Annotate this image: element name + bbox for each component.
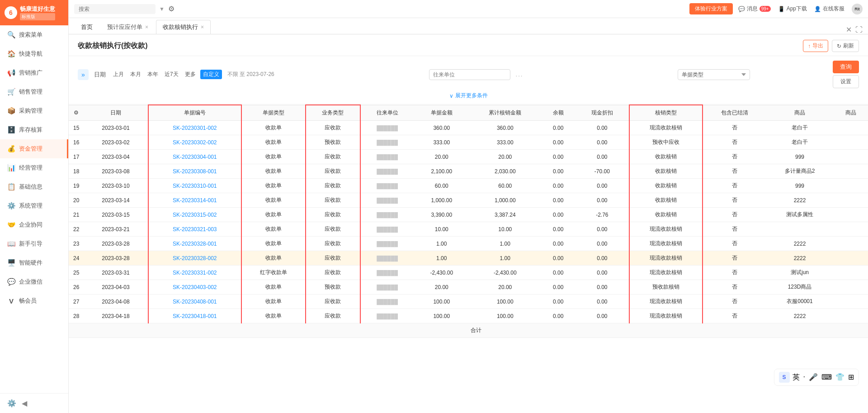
date-shortcut-this-year[interactable]: 本年 — [146, 70, 160, 79]
voucher-no-link[interactable]: SK-20230331-002 — [173, 270, 217, 276]
sidebar-item-label: 企业协同 — [19, 221, 42, 229]
cell-product: 2222 — [766, 237, 834, 251]
filter-expand-button[interactable]: » — [78, 69, 89, 80]
watermark-keyboard-icon[interactable]: ⌨ — [821, 373, 832, 382]
voucher-type-select[interactable]: 单据类型 — [678, 69, 750, 80]
topbar-search-area: ▼ ⚙ — [74, 4, 684, 14]
voucher-no-link[interactable]: SK-20230328-002 — [173, 255, 217, 261]
sidebar-item-operation[interactable]: 📊 经营管理 — [0, 158, 68, 177]
cell-cash-discount: 0.00 — [576, 179, 629, 193]
tab-prepay-close-icon[interactable]: × — [145, 24, 148, 30]
purchase-icon: 📦 — [7, 107, 15, 115]
sidebar-item-system[interactable]: ⚙️ 系统管理 — [0, 196, 68, 215]
sidebar-item-enterprise[interactable]: 🤝 企业协同 — [0, 215, 68, 234]
cell-product: 测试jun — [766, 266, 834, 280]
tab-write-off[interactable]: 收款核销执行 × — [156, 20, 211, 34]
tab-home[interactable]: 首页 — [74, 20, 99, 34]
sidebar-item-hardware[interactable]: 🖥️ 智能硬件 — [0, 253, 68, 272]
watermark-english-icon[interactable]: 英 — [793, 373, 800, 382]
voucher-no-link[interactable]: SK-20230328-001 — [173, 241, 217, 247]
refresh-button[interactable]: ↻ 刷新 — [832, 40, 859, 52]
tab-prepay[interactable]: 预计应应付单 × — [100, 20, 155, 34]
cell-voucher-no: SK-20230403-002 — [148, 280, 241, 294]
cell-partner: ██████ — [360, 266, 414, 280]
cell-cumulative: -2,430.00 — [469, 266, 541, 280]
floating-watermark: S 英 · 🎤 ⌨ 👕 ⊞ — [774, 369, 859, 386]
watermark-shirt-icon[interactable]: 👕 — [835, 373, 844, 382]
th-settings[interactable]: ⚙ — [69, 105, 84, 121]
query-button[interactable]: 查询 — [833, 61, 859, 73]
voucher-no-link[interactable]: SK-20230403-002 — [173, 284, 217, 290]
sidebar-item-inventory[interactable]: 🗄️ 库存核算 — [0, 120, 68, 139]
date-shortcut-this-month[interactable]: 本月 — [128, 70, 143, 79]
sidebar-item-member[interactable]: V 畅会员 — [0, 291, 68, 310]
voucher-no-link[interactable]: SK-20230304-001 — [173, 154, 217, 160]
filter-settings-button[interactable]: 设置 — [833, 75, 859, 88]
cell-include-settled: 否 — [703, 237, 766, 251]
cell-date: 2023-04-03 — [84, 280, 148, 294]
cell-cash-discount: -2.76 — [576, 208, 629, 222]
sidebar-item-label: 销售管理 — [19, 88, 42, 96]
voucher-no-link[interactable]: SK-20230315-002 — [173, 212, 217, 218]
export-button[interactable]: ↑ 导出 — [803, 40, 828, 52]
tab-close-all-icon[interactable]: ✕ — [846, 25, 852, 34]
topbar-service-btn[interactable]: 👤 在线客服 — [814, 5, 844, 13]
cell-voucher-type: 收款单 — [241, 280, 306, 294]
sidebar-item-sales[interactable]: 🛒 销售管理 — [0, 82, 68, 101]
cell-voucher-no: SK-20230418-001 — [148, 309, 241, 323]
topbar-search-chevron-icon[interactable]: ▼ — [159, 6, 165, 12]
table-header-row: ⚙ 日期 单据编号 单据类型 业务类型 往来单位 单据金额 累计核销金额 余额 … — [69, 105, 868, 121]
system-icon: ⚙️ — [7, 202, 15, 210]
expand-more-conditions-button[interactable]: ∨ 展开更多条件 — [449, 92, 488, 100]
tab-write-off-close-icon[interactable]: × — [201, 24, 204, 30]
sidebar-collapse-icon[interactable]: ◀ — [22, 399, 27, 408]
voucher-no-link[interactable]: SK-20230310-001 — [173, 183, 217, 189]
sidebar-settings-icon[interactable]: ⚙️ — [7, 399, 16, 408]
sidebar-item-wechat[interactable]: 💬 企业微信 — [0, 272, 68, 291]
cell-cumulative: 1.00 — [469, 237, 541, 251]
tab-maximize-icon[interactable]: ⛶ — [855, 26, 863, 34]
watermark-mic-icon[interactable]: 🎤 — [809, 373, 818, 382]
table-wrapper[interactable]: ⚙ 日期 单据编号 单据类型 业务类型 往来单位 单据金额 累计核销金额 余额 … — [69, 104, 868, 413]
cell-product2 — [834, 193, 868, 208]
sidebar-item-capital[interactable]: 💰 资金管理 — [0, 139, 68, 158]
cell-no: 23 — [69, 237, 84, 251]
table-body: 15 2023-03-01 SK-20230301-002 收款单 应收款 ██… — [69, 121, 868, 323]
topbar-search-input[interactable] — [74, 4, 156, 14]
topbar-message-btn[interactable]: 💬 消息 99+ — [738, 5, 771, 13]
filter-ellipsis: ... — [516, 71, 524, 78]
topbar-industry-btn[interactable]: 体验行业方案 — [689, 3, 733, 14]
voucher-no-link[interactable]: SK-20230321-003 — [173, 226, 217, 233]
voucher-no-link[interactable]: SK-20230302-002 — [173, 139, 217, 146]
sidebar-item-search[interactable]: 🔍 搜索菜单 — [0, 25, 68, 44]
sidebar-item-quick-nav[interactable]: 🏠 快捷导航 — [0, 44, 68, 63]
table-footer-row: 合计 — [69, 323, 868, 338]
topbar-user-avatar[interactable]: Rit — [852, 4, 863, 14]
sidebar-item-purchase[interactable]: 📦 采购管理 — [0, 101, 68, 120]
topbar-app-btn[interactable]: 📱 App下载 — [778, 5, 807, 13]
voucher-no-link[interactable]: SK-20230408-001 — [173, 299, 217, 305]
date-filter-label: 日期 — [94, 71, 106, 79]
topbar-gear-icon[interactable]: ⚙ — [168, 5, 175, 13]
cell-date: 2023-03-21 — [84, 222, 148, 237]
date-shortcut-custom[interactable]: 自定义 — [200, 70, 222, 79]
voucher-no-link[interactable]: SK-20230314-001 — [173, 197, 217, 204]
voucher-no-link[interactable]: SK-20230301-002 — [173, 125, 217, 131]
voucher-no-link[interactable]: SK-20230418-001 — [173, 313, 217, 319]
sidebar-item-marketing[interactable]: 📢 营销推广 — [0, 63, 68, 82]
partner-filter-input[interactable] — [429, 69, 510, 80]
home-icon: 🏠 — [7, 50, 15, 58]
date-shortcut-last-month[interactable]: 上月 — [111, 70, 126, 79]
cell-cash-discount: 0.00 — [576, 309, 629, 323]
cell-product2 — [834, 179, 868, 193]
watermark-grid-icon[interactable]: ⊞ — [848, 373, 854, 382]
watermark-dot-icon[interactable]: · — [803, 373, 805, 382]
sidebar-item-basic[interactable]: 📋 基础信息 — [0, 177, 68, 196]
voucher-no-link[interactable]: SK-20230308-001 — [173, 168, 217, 175]
sidebar-item-guide[interactable]: 📖 新手引导 — [0, 234, 68, 253]
date-shortcut-7days[interactable]: 近7天 — [163, 70, 180, 79]
date-shortcut-more[interactable]: 更多 — [183, 70, 198, 79]
cell-no: 17 — [69, 150, 84, 164]
cell-no: 21 — [69, 208, 84, 222]
table-row: 23 2023-03-28 SK-20230328-001 收款单 应收款 ██… — [69, 237, 868, 251]
